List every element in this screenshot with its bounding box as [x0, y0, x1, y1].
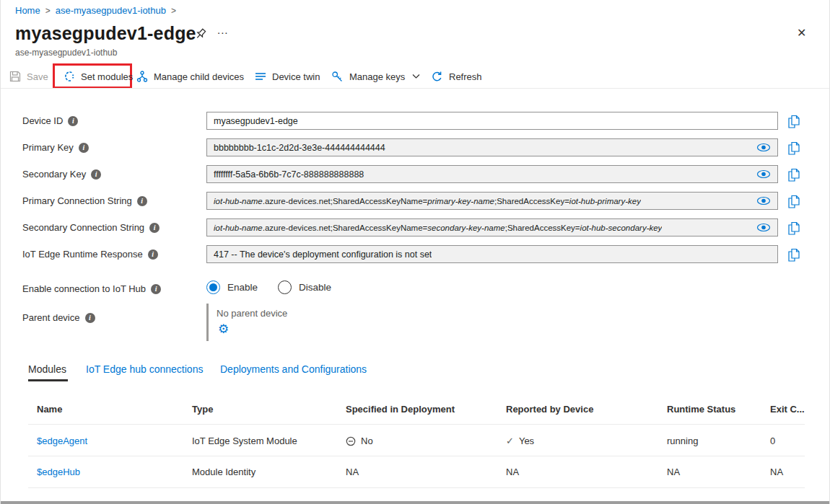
enable-connection-radio-group: Enable Disable	[206, 280, 344, 294]
refresh-label: Refresh	[449, 71, 482, 82]
secondary-key-label: Secondary Key	[22, 165, 101, 183]
col-header-name: Name	[37, 404, 62, 415]
disable-radio-label: Disable	[299, 282, 331, 293]
col-header-type: Type	[192, 404, 213, 415]
chevron-down-icon	[412, 74, 420, 79]
circle-minus-icon	[346, 436, 356, 446]
parent-device-value: No parent device	[217, 308, 287, 319]
save-icon	[9, 71, 21, 82]
copy-icon[interactable]	[787, 115, 800, 129]
set-modules-button[interactable]: Set modules	[63, 65, 133, 88]
copy-icon[interactable]	[787, 221, 800, 236]
info-icon[interactable]	[151, 284, 161, 294]
enable-connection-label: Enable connection to IoT Hub	[22, 280, 161, 298]
primary-key-label: Primary Key	[22, 138, 89, 156]
col-header-reported-by-device: Reported by Device	[506, 404, 593, 415]
key-icon	[331, 71, 344, 83]
copy-icon[interactable]	[787, 141, 800, 156]
device-twin-button[interactable]: Device twin	[255, 65, 320, 88]
eye-icon[interactable]	[756, 143, 771, 152]
tab-deployments-and-configurations[interactable]: Deployments and Configurations	[220, 363, 367, 375]
module-link-edgeagent[interactable]: $edgeAgent	[37, 436, 87, 446]
gear-icon[interactable]: ⚙	[218, 323, 229, 335]
secondary-connection-string-label: Secondary Connection String	[22, 218, 160, 236]
save-button[interactable]: Save	[9, 65, 48, 88]
save-label: Save	[27, 71, 48, 82]
manage-keys-label: Manage keys	[349, 71, 405, 82]
info-icon[interactable]	[137, 196, 147, 206]
eye-icon[interactable]	[756, 223, 771, 232]
checkmark-icon: ✓	[506, 436, 514, 446]
page-subtitle: ase-myasegpudev1-iothub	[15, 48, 117, 58]
iot-edge-runtime-response-label: IoT Edge Runtime Response	[22, 245, 158, 263]
tab-iot-edge-hub-connections[interactable]: IoT Edge hub connections	[86, 363, 203, 375]
toolbar-divider	[1, 88, 830, 89]
set-modules-label: Set modules	[81, 71, 133, 82]
list-icon	[255, 71, 266, 81]
device-id-label: Device ID	[22, 112, 78, 130]
secondary-key-input[interactable]: ffffffff-5a5a-6b6b-7c7c-888888888888	[206, 165, 778, 183]
enable-radio[interactable]	[206, 280, 220, 294]
manage-child-devices-label: Manage child devices	[154, 71, 244, 82]
primary-connection-string-label: Primary Connection String	[22, 192, 147, 210]
info-icon[interactable]	[68, 116, 78, 126]
refresh-icon	[431, 71, 443, 83]
copy-icon[interactable]	[787, 195, 800, 209]
tab-modules[interactable]: Modules	[28, 363, 66, 375]
breadcrumb-separator: >	[171, 6, 176, 16]
info-icon[interactable]	[79, 143, 89, 153]
table-divider	[28, 456, 805, 456]
breadcrumb-separator: >	[45, 6, 51, 16]
info-icon[interactable]	[148, 249, 158, 260]
eye-icon[interactable]	[756, 196, 771, 205]
copy-icon[interactable]	[787, 248, 800, 262]
info-icon[interactable]	[85, 313, 95, 323]
close-icon[interactable]: ✕	[797, 26, 806, 40]
enable-radio-label: Enable	[227, 282, 258, 293]
module-link-edgehub[interactable]: $edgeHub	[37, 467, 80, 477]
info-icon[interactable]	[149, 223, 160, 233]
breadcrumb-home-link[interactable]: Home	[15, 5, 40, 16]
active-tab-underline	[28, 379, 68, 381]
refresh-button[interactable]: Refresh	[431, 65, 482, 88]
col-header-runtime-status: Runtime Status	[667, 404, 735, 415]
iot-edge-icon	[63, 71, 75, 82]
device-twin-label: Device twin	[272, 71, 320, 82]
primary-key-input[interactable]: bbbbbbbb-1c1c-2d2d-3e3e-444444444444	[206, 138, 778, 156]
device-detail-page: Home > ase-myasegpudev1-iothub > myasegp…	[0, 0, 830, 504]
parent-device-label: Parent device	[22, 309, 95, 327]
manage-keys-button[interactable]: Manage keys	[331, 65, 420, 88]
copy-icon[interactable]	[787, 168, 800, 182]
col-header-exit-code: Exit C...	[770, 404, 805, 415]
eye-icon[interactable]	[756, 169, 771, 179]
manage-child-devices-button[interactable]: Manage child devices	[136, 65, 244, 88]
pin-icon[interactable]	[194, 27, 209, 42]
parent-device-bar	[206, 304, 209, 341]
breadcrumb: Home > ase-myasegpudev1-iothub >	[15, 5, 176, 16]
table-divider	[28, 424, 805, 425]
hierarchy-icon	[136, 71, 148, 82]
table-divider	[28, 487, 805, 488]
iot-edge-runtime-response-input[interactable]: 417 -- The device's deployment configura…	[206, 245, 778, 263]
page-title: myasegpudev1-edge	[15, 23, 196, 44]
window-bottom-edge	[1, 501, 830, 504]
device-id-input[interactable]: myasegpudev1-edge	[206, 112, 778, 130]
info-icon[interactable]	[91, 169, 101, 180]
col-header-specified-in-deployment: Specified in Deployment	[346, 404, 455, 415]
primary-connection-string-input[interactable]: iot-hub-name.azure-devices.net;SharedAcc…	[206, 192, 778, 210]
breadcrumb-iothub-link[interactable]: ase-myasegpudev1-iothub	[56, 5, 166, 16]
secondary-connection-string-input[interactable]: iot-hub-name.azure-devices.net;SharedAcc…	[206, 218, 778, 236]
more-menu-button[interactable]: ...	[217, 24, 229, 36]
disable-radio[interactable]	[278, 280, 292, 294]
